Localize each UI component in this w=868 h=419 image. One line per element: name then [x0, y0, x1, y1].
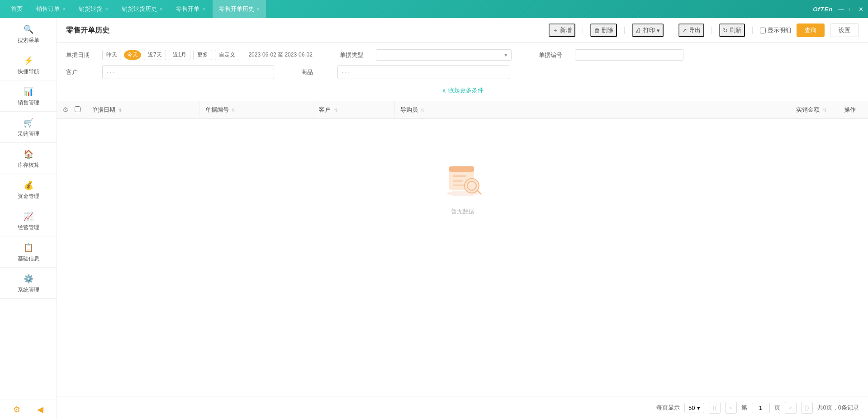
tab-home[interactable]: 首页: [5, 0, 29, 18]
sidebar-bottom: ⚙ ◀: [0, 400, 57, 419]
date-btn-custom[interactable]: 自定义: [215, 50, 239, 60]
date-btn-today[interactable]: 今天: [124, 50, 141, 60]
date-btn-1month[interactable]: 近1月: [169, 50, 191, 60]
show-detail-checkbox[interactable]: 显示明细: [760, 26, 791, 34]
date-buttons: 昨天 今天 近7天 近1月 更多 自定义: [102, 50, 239, 60]
page-size-label: 每页显示: [656, 404, 680, 412]
finance-icon: 💰: [24, 180, 33, 190]
sidebar-item-basic-info[interactable]: 📋 基础信息: [0, 236, 57, 268]
top-bar: 首页 销售订单 × 销货退货 × 销货退货历史 × 零售开单 × 零售开单历史 …: [0, 0, 868, 18]
sidebar-label-basic-info: 基础信息: [18, 255, 39, 263]
setting-button[interactable]: 设置: [830, 24, 859, 37]
tab-sales-order[interactable]: 销售订单 ×: [30, 0, 71, 18]
settings-gear-icon[interactable]: ⚙: [13, 405, 20, 414]
number-input[interactable]: [575, 49, 683, 61]
empty-illustration: [440, 155, 485, 200]
tab-retail-open[interactable]: 零售开单 ×: [170, 0, 211, 18]
prev-page-btn[interactable]: ＜: [725, 402, 737, 414]
plus-icon: ＋: [552, 26, 558, 34]
th-date: 单据日期 ⇅: [86, 101, 199, 119]
data-table: ⚙ 单据日期 ⇅ 单据编号 ⇅: [57, 101, 868, 119]
sidebar-item-finance[interactable]: 💰 资金管理: [0, 174, 57, 205]
sidebar-item-sales[interactable]: 📊 销售管理: [0, 80, 57, 112]
header-actions: ＋ 新增 🗑 删除 🖨 打印 ▾ ↗ 导出: [549, 24, 859, 37]
type-select[interactable]: ▾: [376, 49, 512, 61]
query-button[interactable]: 查询: [797, 24, 825, 37]
customer-dots: ···: [106, 67, 116, 77]
svg-rect-2: [449, 166, 474, 172]
first-page-btn[interactable]: ⟨⟨: [709, 402, 721, 414]
close-sales-return-icon[interactable]: ×: [105, 6, 108, 12]
salesperson-sort-icon[interactable]: ⇅: [421, 108, 424, 113]
next-page-btn[interactable]: ＞: [785, 402, 797, 414]
number-sort-icon[interactable]: ⇅: [232, 108, 235, 113]
tab-sales-return[interactable]: 销货退货 ×: [72, 0, 114, 18]
amount-sort-icon[interactable]: ⇅: [823, 108, 826, 113]
customer-sort-icon[interactable]: ⇅: [334, 108, 337, 113]
divider-1: [583, 27, 583, 34]
date-sort-icon[interactable]: ⇅: [118, 108, 122, 113]
sidebar-item-system[interactable]: ⚙️ 系统管理: [0, 268, 57, 299]
filter-area: 单据日期 昨天 今天 近7天 近1月 更多 自定义 2023-06-02 至 2…: [57, 43, 868, 101]
sidebar-item-search[interactable]: 🔍 搜索采单: [0, 18, 57, 49]
empty-text: 暂无数据: [451, 207, 474, 216]
add-button[interactable]: ＋ 新增: [549, 24, 575, 37]
close-retail-open-icon[interactable]: ×: [202, 6, 205, 12]
collapse-text: 收起更多条件: [448, 86, 484, 94]
date-col-label: 单据日期: [92, 106, 115, 113]
customer-label: 客户: [66, 68, 93, 76]
divider-2: [624, 27, 625, 34]
date-btn-more[interactable]: 更多: [193, 50, 212, 60]
date-btn-yesterday[interactable]: 昨天: [102, 50, 121, 60]
sidebar-label-sales: 销售管理: [18, 99, 39, 107]
page-number-input[interactable]: [752, 403, 770, 413]
close-sales-order-icon[interactable]: ×: [62, 6, 65, 12]
print-button[interactable]: 🖨 打印 ▾: [632, 24, 664, 37]
export-icon: ↗: [682, 27, 687, 34]
table-header: ⚙ 单据日期 ⇅ 单据编号 ⇅: [57, 101, 868, 119]
type-dropdown-icon: ▾: [504, 52, 508, 58]
sidebar-item-quick-nav[interactable]: ⚡ 快捷导航: [0, 49, 57, 80]
minimize-btn[interactable]: —: [838, 6, 844, 13]
svg-rect-3: [453, 175, 466, 177]
page-size-select[interactable]: 50 ▾: [684, 403, 704, 413]
tab-retail-open-history[interactable]: 零售开单历史 ×: [213, 0, 266, 18]
show-detail-input[interactable]: [760, 28, 766, 33]
th-number: 单据编号 ⇅: [199, 101, 313, 119]
print-dropdown-icon: ▾: [657, 27, 660, 34]
svg-rect-5: [453, 184, 465, 186]
delete-button[interactable]: 🗑 删除: [590, 24, 617, 37]
export-button[interactable]: ↗ 导出: [678, 24, 704, 37]
last-page-btn[interactable]: ⟩⟩: [801, 402, 813, 414]
product-dots: ···: [342, 67, 351, 77]
column-settings-icon[interactable]: ⚙: [62, 106, 68, 113]
th-customer: 客户 ⇅: [313, 101, 394, 119]
sidebar-item-purchase[interactable]: 🛒 采购管理: [0, 112, 57, 143]
page-header: 零售开单历史 ＋ 新增 🗑 删除 🖨 打印 ▾: [57, 18, 868, 43]
page-title: 零售开单历史: [66, 26, 109, 35]
refresh-button[interactable]: ↻ 刷新: [719, 24, 745, 37]
maximize-btn[interactable]: □: [849, 6, 853, 13]
sidebar-label-search: 搜索采单: [18, 37, 39, 44]
system-icon: ⚙️: [24, 274, 33, 284]
sidebar-item-inventory[interactable]: 🏠 库存核算: [0, 143, 57, 174]
date-btn-7days[interactable]: 近7天: [144, 50, 166, 60]
close-retail-open-history-icon[interactable]: ×: [257, 6, 260, 12]
quick-nav-icon: ⚡: [24, 56, 33, 66]
number-label: 单据编号: [539, 51, 566, 59]
customer-select[interactable]: ···: [102, 65, 274, 79]
operations-icon: 📈: [24, 212, 33, 221]
total-info: 共0页，0条记录: [817, 404, 859, 412]
collapse-bar[interactable]: ∧ 收起更多条件: [66, 84, 859, 94]
salesperson-col-label: 导购员: [400, 106, 418, 113]
collapse-sidebar-icon[interactable]: ◀: [37, 405, 43, 414]
close-btn[interactable]: ✕: [859, 6, 863, 13]
sidebar-label-system: 系统管理: [18, 286, 39, 294]
product-select[interactable]: ···: [337, 65, 509, 79]
customer-col-label: 客户: [319, 106, 331, 113]
content-area: 零售开单历史 ＋ 新增 🗑 删除 🖨 打印 ▾: [57, 18, 868, 419]
select-all-checkbox[interactable]: [75, 106, 81, 112]
close-sales-return-history-icon[interactable]: ×: [160, 6, 162, 12]
sidebar-item-operations[interactable]: 📈 经营管理: [0, 205, 57, 236]
tab-sales-return-history[interactable]: 销货退货历史 ×: [115, 0, 169, 18]
